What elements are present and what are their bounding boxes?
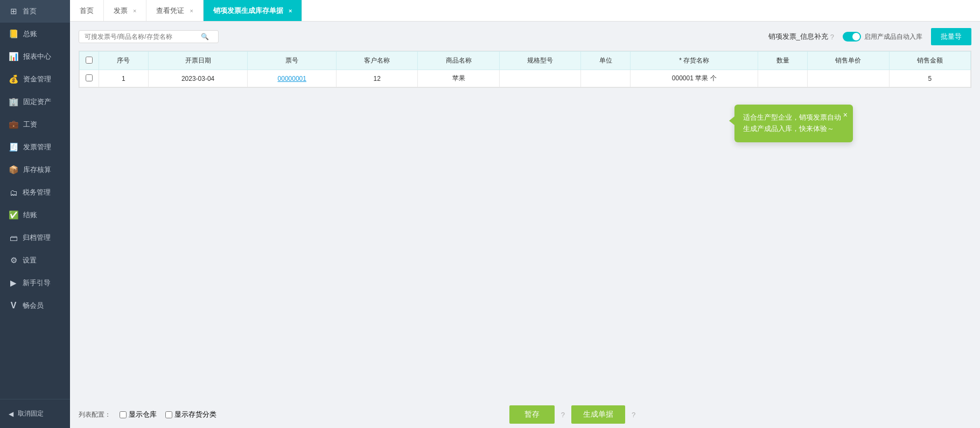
table-wrap: 序号 开票日期 票号 客户名称 商品名称 规格型号 单位 * 存货名称 数量 销… bbox=[79, 51, 971, 88]
auto-inbound-toggle[interactable] bbox=[843, 32, 861, 42]
payroll-icon: 💼 bbox=[9, 120, 19, 129]
search-box[interactable]: 🔍 bbox=[79, 30, 219, 43]
home-icon: ⊞ bbox=[9, 6, 18, 16]
assets-icon: 🏢 bbox=[9, 97, 19, 107]
show-inventory-category-label: 显示存货分类 bbox=[174, 410, 216, 419]
sidebar-item-guide[interactable]: ▶ 新手引导 bbox=[0, 272, 70, 294]
generate-button[interactable]: 生成单据 bbox=[571, 405, 625, 424]
unfix-label: 取消固定 bbox=[18, 409, 44, 418]
sidebar-item-label: 固定资产 bbox=[23, 97, 51, 107]
tab-voucher-label: 查看凭证 bbox=[156, 6, 184, 16]
sidebar-item-label: 归档管理 bbox=[23, 233, 51, 243]
batch-button[interactable]: 批量导 bbox=[931, 28, 971, 45]
select-all-checkbox[interactable] bbox=[86, 57, 93, 64]
sidebar-item-assets[interactable]: 🏢 固定资产 bbox=[0, 91, 70, 113]
row-spec bbox=[499, 70, 580, 87]
col-header-number: 票号 bbox=[248, 52, 337, 70]
toggle-group: 启用产成品自动入库 bbox=[843, 32, 922, 42]
sidebar-item-label: 畅会员 bbox=[23, 301, 44, 310]
row-number[interactable]: 00000001 bbox=[248, 70, 337, 87]
list-config-label: 列表配置： bbox=[79, 410, 111, 419]
tab-home[interactable]: 首页 bbox=[70, 0, 104, 21]
info-label: 销项发票_信息补充 ? bbox=[768, 32, 834, 42]
save-tooltip-icon[interactable]: ? bbox=[561, 411, 565, 419]
tab-invoice-close[interactable]: × bbox=[133, 8, 136, 14]
generate-tooltip-icon[interactable]: ? bbox=[632, 411, 635, 419]
col-header-unit-price: 销售单价 bbox=[808, 52, 889, 70]
sidebar-item-label: 库存核算 bbox=[23, 165, 51, 175]
row-customer: 12 bbox=[337, 70, 418, 87]
reports-icon: 📊 bbox=[9, 52, 19, 61]
col-header-quantity: 数量 bbox=[758, 52, 808, 70]
guide-icon: ▶ bbox=[9, 278, 18, 288]
col-header-checkbox bbox=[80, 52, 99, 70]
footer-left: 列表配置： 显示仓库 显示存货分类 bbox=[79, 410, 216, 419]
settings-icon: ⚙ bbox=[9, 256, 18, 265]
sidebar-item-archive[interactable]: 🗃 归档管理 bbox=[0, 226, 70, 249]
member-icon: V bbox=[9, 301, 18, 310]
show-inventory-category-checkbox[interactable] bbox=[165, 411, 172, 418]
unfix-button[interactable]: ◀ 取消固定 bbox=[0, 404, 70, 424]
toggle-label: 启用产成品自动入库 bbox=[864, 32, 922, 42]
show-warehouse-checkbox[interactable] bbox=[120, 411, 127, 418]
tooltip-close-button[interactable]: × bbox=[843, 109, 848, 121]
sidebar-item-ledger[interactable]: 📒 总账 bbox=[0, 23, 70, 45]
show-inventory-category-wrap: 显示存货分类 bbox=[165, 410, 216, 419]
toolbar-right: 销项发票_信息补充 ? 启用产成品自动入库 批量导 bbox=[768, 28, 971, 45]
sidebar-item-invoice[interactable]: 🧾 发票管理 bbox=[0, 136, 70, 158]
footer-center: 暂存 ? 生成单据 ? bbox=[509, 405, 635, 424]
tab-invoice-label: 发票 bbox=[114, 6, 128, 16]
tab-sale-invoice-close[interactable]: × bbox=[289, 8, 292, 14]
tab-home-label: 首页 bbox=[80, 6, 94, 16]
tab-sale-invoice[interactable]: 销项发票生成库存单据 × bbox=[204, 0, 302, 21]
inventory-icon: 📦 bbox=[9, 165, 19, 175]
sidebar-item-label: 新手引导 bbox=[23, 278, 51, 288]
tooltip-popup: × 适合生产型企业，销项发票自动生成产成品入库，快来体验～ bbox=[734, 105, 853, 142]
sidebar-item-settings[interactable]: ⚙ 设置 bbox=[0, 249, 70, 272]
col-header-customer: 客户名称 bbox=[337, 52, 418, 70]
show-warehouse-wrap: 显示仓库 bbox=[120, 410, 157, 419]
sidebar-item-settlement[interactable]: ✅ 结账 bbox=[0, 204, 70, 226]
sidebar-item-label: 资金管理 bbox=[23, 74, 51, 84]
sidebar-item-home[interactable]: ⊞ 首页 bbox=[0, 0, 70, 23]
tab-voucher-close[interactable]: × bbox=[190, 8, 193, 14]
sidebar-item-label: 工资 bbox=[23, 120, 37, 129]
row-checkbox[interactable] bbox=[86, 74, 93, 81]
settlement-icon: ✅ bbox=[9, 210, 19, 220]
data-table: 序号 开票日期 票号 客户名称 商品名称 规格型号 单位 * 存货名称 数量 销… bbox=[79, 51, 971, 87]
tab-invoice[interactable]: 发票 × bbox=[104, 0, 146, 21]
col-header-amount: 销售金额 bbox=[889, 52, 970, 70]
sidebar: ⊞ 首页 📒 总账 📊 报表中心 💰 资金管理 🏢 固定资产 💼 工资 🧾 发票… bbox=[0, 0, 70, 428]
info-label-text: 销项发票_信息补充 bbox=[768, 32, 828, 42]
sidebar-item-label: 税务管理 bbox=[23, 188, 51, 197]
sidebar-item-label: 设置 bbox=[23, 256, 37, 265]
col-header-seq: 序号 bbox=[99, 52, 149, 70]
sidebar-item-funds[interactable]: 💰 资金管理 bbox=[0, 68, 70, 91]
row-quantity bbox=[758, 70, 808, 87]
row-amount: 5 bbox=[889, 70, 970, 87]
table-container: 序号 开票日期 票号 客户名称 商品名称 规格型号 单位 * 存货名称 数量 销… bbox=[79, 51, 971, 400]
tab-sale-invoice-label: 销项发票生成库存单据 bbox=[213, 6, 283, 16]
row-unit bbox=[581, 70, 631, 87]
search-icon: 🔍 bbox=[201, 33, 209, 40]
tooltip-text: 适合生产型企业，销项发票自动生成产成品入库，快来体验～ bbox=[743, 113, 841, 133]
sidebar-item-inventory[interactable]: 📦 库存核算 bbox=[0, 158, 70, 181]
tax-icon: 🗂 bbox=[9, 188, 18, 197]
sidebar-item-member[interactable]: V 畅会员 bbox=[0, 294, 70, 317]
sidebar-item-label: 报表中心 bbox=[23, 52, 51, 61]
sidebar-item-payroll[interactable]: 💼 工资 bbox=[0, 113, 70, 136]
row-product: 苹果 bbox=[418, 70, 499, 87]
sidebar-item-tax[interactable]: 🗂 税务管理 bbox=[0, 181, 70, 204]
col-header-inventory: * 存货名称 bbox=[630, 52, 758, 70]
info-help-icon[interactable]: ? bbox=[830, 33, 834, 41]
tab-voucher[interactable]: 查看凭证 × bbox=[146, 0, 203, 21]
tabbar: 首页 发票 × 查看凭证 × 销项发票生成库存单据 × bbox=[70, 0, 980, 22]
invoice-icon: 🧾 bbox=[9, 142, 19, 152]
search-input[interactable] bbox=[85, 33, 198, 40]
sidebar-item-reports[interactable]: 📊 报表中心 bbox=[0, 45, 70, 68]
content-area: 🔍 销项发票_信息补充 ? 启用产成品自动入库 批量导 bbox=[70, 22, 980, 428]
row-date: 2023-03-04 bbox=[148, 70, 248, 87]
row-checkbox-cell bbox=[80, 70, 99, 87]
save-button[interactable]: 暂存 bbox=[509, 405, 555, 424]
sidebar-item-label: 结账 bbox=[23, 210, 37, 220]
